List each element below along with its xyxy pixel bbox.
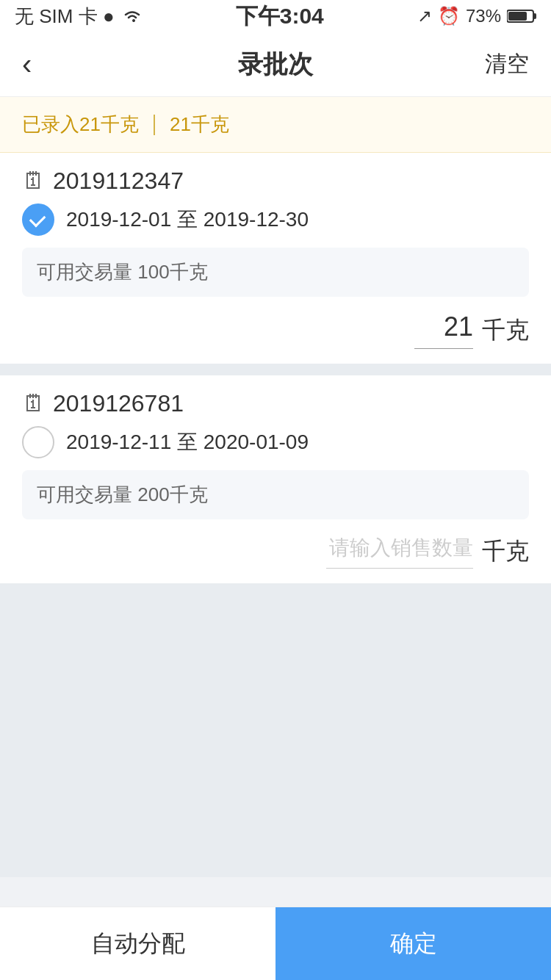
nav-bar: ‹ 录批次 清空 bbox=[0, 32, 551, 97]
batch-id-1: 2019112347 bbox=[53, 167, 184, 195]
status-right: ↗ ⏰ 73% bbox=[417, 6, 536, 26]
quantity-unit-1: 千克 bbox=[482, 314, 529, 347]
batch-date-row-1: 2019-12-01 至 2019-12-30 bbox=[22, 203, 529, 236]
confirm-button[interactable]: 确定 bbox=[276, 907, 551, 980]
auto-distribute-button[interactable]: 自动分配 bbox=[0, 907, 276, 980]
alarm-icon: ⏰ bbox=[438, 6, 460, 26]
batch-available-2: 可用交易量 200千克 bbox=[22, 470, 529, 519]
batch-header-2: 🗓 2019126781 bbox=[22, 390, 529, 417]
banner-divider bbox=[154, 115, 155, 135]
recorded-amount-value: 21千克 bbox=[170, 112, 229, 137]
back-button[interactable]: ‹ bbox=[22, 48, 66, 81]
status-bar: 无 SIM 卡 ● 下午3:04 ↗ ⏰ 73% bbox=[0, 0, 551, 32]
clear-button[interactable]: 清空 bbox=[485, 49, 529, 79]
batch-header-1: 🗓 2019112347 bbox=[22, 167, 529, 195]
battery-text: 73% bbox=[466, 6, 501, 26]
svg-rect-2 bbox=[508, 12, 527, 21]
page-title: 录批次 bbox=[238, 48, 313, 82]
status-time: 下午3:04 bbox=[236, 1, 324, 32]
section-divider bbox=[0, 364, 551, 375]
batch-radio-1[interactable] bbox=[22, 203, 54, 236]
no-sim-text: 无 SIM 卡 ● bbox=[15, 4, 115, 29]
info-banner: 已录入21千克 21千克 bbox=[0, 97, 551, 153]
bottom-bar: 自动分配 确定 bbox=[0, 907, 551, 980]
quantity-placeholder-row-2: 请输入销售数量 千克 bbox=[0, 519, 551, 583]
quantity-input-2[interactable]: 请输入销售数量 bbox=[326, 534, 473, 569]
batch-item-1: 🗓 2019112347 2019-12-01 至 2019-12-30 可用交… bbox=[0, 153, 551, 297]
batch-date-row-2: 2019-12-11 至 2020-01-09 bbox=[22, 426, 529, 458]
quantity-input-wrapper-1: 21 bbox=[414, 311, 473, 349]
batch-id-2: 2019126781 bbox=[53, 390, 184, 417]
quantity-row-1: 21 千克 bbox=[0, 297, 551, 364]
batch-icon-2: 🗓 bbox=[22, 390, 46, 417]
quantity-unit-2: 千克 bbox=[482, 536, 529, 568]
svg-rect-1 bbox=[533, 13, 536, 19]
batch-date-2: 2019-12-11 至 2020-01-09 bbox=[66, 428, 309, 456]
empty-area bbox=[0, 583, 551, 877]
battery-icon bbox=[507, 9, 536, 24]
batch-available-1: 可用交易量 100千克 bbox=[22, 248, 529, 297]
location-icon: ↗ bbox=[417, 6, 432, 26]
batch-radio-2[interactable] bbox=[22, 426, 54, 458]
status-left: 无 SIM 卡 ● bbox=[15, 4, 143, 29]
batch-item-2: 🗓 2019126781 2019-12-11 至 2020-01-09 可用交… bbox=[0, 375, 551, 519]
quantity-value-1[interactable]: 21 bbox=[414, 311, 473, 349]
recorded-amount-label: 已录入21千克 bbox=[22, 112, 139, 137]
wifi-icon bbox=[122, 9, 143, 24]
batch-icon-1: 🗓 bbox=[22, 167, 46, 195]
batch-date-1: 2019-12-01 至 2019-12-30 bbox=[66, 206, 309, 234]
